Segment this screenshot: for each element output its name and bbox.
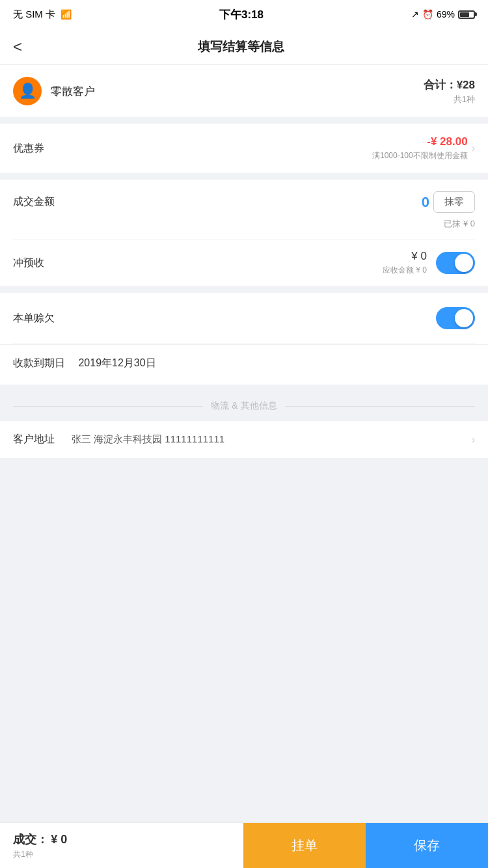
coupon-value: -¥ 28.00	[372, 135, 468, 148]
alarm-icon: ⏰	[422, 9, 433, 20]
hold-button[interactable]: 挂单	[243, 823, 366, 869]
status-bar: 无 SIM 卡 📶 下午3:18 ↗ ⏰ 69%	[0, 0, 488, 29]
logistics-line-left	[13, 406, 203, 407]
coupon-desc: 满1000-100不限制使用金额	[372, 150, 468, 161]
customer-left: 👤 零散客户	[13, 77, 95, 105]
amount-row: 成交金额 0 抹零	[0, 180, 488, 218]
customer-name: 零散客户	[51, 84, 95, 99]
nav-bar: < 填写结算等信息	[0, 29, 488, 65]
deal-label: 成交：	[13, 833, 48, 846]
empty-space	[0, 465, 488, 517]
status-right: ↗ ⏰ 69%	[411, 9, 475, 20]
location-icon: ↗	[411, 9, 419, 20]
page-title: 填写结算等信息	[27, 38, 454, 55]
credit-row: 本单赊欠	[0, 293, 488, 344]
coupon-label: 优惠券	[13, 142, 44, 156]
amount-section: 成交金额 0 抹零 已抹 ¥ 0 冲预收 ¥ 0 应收金额 ¥ 0	[0, 180, 488, 286]
logistics-divider: 物流 & 其他信息	[0, 391, 488, 421]
customer-row: 👤 零散客户 合计：¥28 共1种	[0, 65, 488, 117]
bottom-bar: 成交： ¥ 0 共1种 挂单 保存	[0, 822, 488, 868]
deal-amount: ¥ 0	[51, 833, 67, 846]
address-chevron: ›	[472, 434, 475, 446]
round-zero-button[interactable]: 抹零	[433, 191, 475, 213]
precharge-sub: 应收金额 ¥ 0	[383, 265, 427, 276]
due-date-value: 2019年12月30日	[78, 357, 156, 368]
customer-right: 合计：¥28 共1种	[424, 77, 475, 105]
save-button[interactable]: 保存	[366, 823, 488, 869]
back-button[interactable]: <	[13, 33, 27, 61]
coupon-value-col: -¥ 28.00 满1000-100不限制使用金额	[372, 135, 468, 161]
logistics-section: 物流 & 其他信息 客户地址 张三 海淀永丰科技园 11111111111 ›	[0, 391, 488, 458]
bottom-info: 成交： ¥ 0 共1种	[0, 832, 243, 860]
precharge-value: ¥ 0	[383, 250, 427, 263]
coupon-card[interactable]: 优惠券 -¥ 28.00 满1000-100不限制使用金额 ›	[0, 124, 488, 173]
total-count: 共1种	[424, 94, 475, 105]
logistics-line-right	[285, 406, 475, 407]
customer-card: 👤 零散客户 合计：¥28 共1种	[0, 65, 488, 117]
due-date-row: 收款到期日 2019年12月30日	[0, 344, 488, 385]
coupon-chevron: ›	[472, 142, 475, 154]
total-amount: 合计：¥28	[424, 77, 475, 92]
bottom-deal: 成交： ¥ 0	[13, 832, 230, 847]
credit-label: 本单赊欠	[13, 312, 55, 325]
amount-sub: 已抹 ¥ 0	[0, 218, 488, 239]
coupon-row[interactable]: 优惠券 -¥ 28.00 满1000-100不限制使用金额 ›	[0, 124, 488, 173]
amount-value: 0	[422, 194, 429, 211]
status-time: 下午3:18	[219, 7, 264, 22]
battery-icon	[458, 10, 475, 19]
precharge-amounts: ¥ 0 应收金额 ¥ 0	[383, 250, 427, 276]
sim-indicator: 无 SIM 卡	[13, 8, 55, 21]
precharge-label: 冲预收	[13, 256, 44, 270]
address-value: 张三 海淀永丰科技园 11111111111	[72, 433, 465, 446]
wifi-icon: 📶	[61, 9, 72, 20]
coupon-right: -¥ 28.00 满1000-100不限制使用金额 ›	[372, 135, 475, 161]
status-left: 无 SIM 卡 📶	[13, 8, 72, 21]
avatar-icon: 👤	[19, 83, 36, 100]
amount-label: 成交金额	[13, 195, 55, 209]
logistics-label: 物流 & 其他信息	[211, 400, 277, 412]
precharge-row: 冲预收 ¥ 0 应收金额 ¥ 0	[0, 239, 488, 286]
avatar: 👤	[13, 77, 42, 105]
battery-percent: 69%	[437, 9, 455, 20]
due-date-label: 收款到期日	[13, 357, 65, 368]
precharge-right: ¥ 0 应收金额 ¥ 0	[383, 250, 475, 276]
address-label: 客户地址	[13, 433, 65, 446]
precharge-toggle[interactable]	[436, 252, 475, 274]
content-area: 👤 零散客户 合计：¥28 共1种 优惠券 -¥ 28.00 满1000-100…	[0, 65, 488, 517]
address-row[interactable]: 客户地址 张三 海淀永丰科技园 11111111111 ›	[0, 421, 488, 458]
credit-toggle[interactable]	[436, 307, 475, 329]
credit-card: 本单赊欠 收款到期日 2019年12月30日	[0, 293, 488, 385]
amount-right: 0 抹零	[422, 191, 475, 213]
bottom-count: 共1种	[13, 849, 230, 860]
